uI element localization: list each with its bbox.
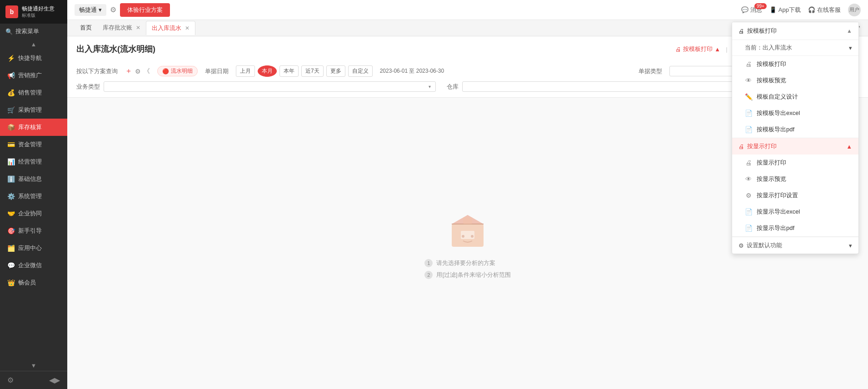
dropdown-chevron-up[interactable]: ▲ [847,28,852,34]
date-btn-this-month[interactable]: 本月 [258,65,277,77]
sidebar-nav: ⚡ 快捷导航 📢 营销推广 💰 销售管理 🛒 采购管理 📦 库存核算 💳 资金管… [0,50,67,360]
date-range-display: 2023-06-01 至 2023-06-30 [380,67,444,75]
template-excel-icon: 📄 [745,110,752,117]
dropdown-header-label: 按模板打印 [747,27,777,35]
app-download-button[interactable]: 📱 App下载 [769,6,801,14]
message-button[interactable]: 💬 消息 99+ [741,6,762,14]
search-icon: 🔍 [5,28,13,35]
date-field-label: 单据日期 [205,67,229,75]
filter-tag[interactable]: 🔴 流水明细 [157,66,198,76]
filter-collapse-icon[interactable]: 《 [144,67,150,75]
dropdown-header: 🖨 按模板打印 ▲ [732,22,858,40]
message-icon: 💬 [741,6,748,13]
account-name: 畅捷通 [79,6,97,14]
sidebar-item-app-center[interactable]: 🗂️ 应用中心 [0,239,67,257]
dropdown-item-template-pdf[interactable]: 📄 按模板导出pdf [732,121,858,138]
sidebar-item-sales[interactable]: 💰 销售管理 [0,84,67,101]
sidebar-item-beginner[interactable]: 🎯 新手引导 [0,222,67,239]
print-template-button[interactable]: 🖨 按模板打印 ▲ [675,45,720,53]
logo-badge: 标准版 [22,12,55,19]
voucher-type-label: 单据类型 [639,67,662,75]
sidebar-scroll-down[interactable]: ▼ [0,360,67,371]
dropdown-header-title: 🖨 按模板打印 [738,27,777,35]
wechat-icon: 💬 [7,262,15,269]
tab-batch-account-close[interactable]: ✕ [136,25,140,31]
footer-collapse-icon[interactable]: ◀▶ [49,376,60,384]
dropdown-item-display-pdf[interactable]: 📄 按显示导出pdf [732,220,858,236]
sidebar-item-cooperation[interactable]: 🤝 企业协同 [0,205,67,222]
filter-settings-icon[interactable]: ⚙ [135,68,141,75]
print-icon: 🖨 [675,46,681,53]
display-print-settings-icon: ⚙ [745,192,752,199]
filter-add-icon[interactable]: ＋ [125,66,132,76]
business-type-label: 业务类型 [76,83,100,91]
date-filter: 上月 本月 本年 近7天 更多 自定义 [236,65,373,77]
dropdown-item-template-custom[interactable]: ✏️ 模板自定义设计 [732,89,858,105]
display-print-settings-label: 按显示打印设置 [757,191,798,199]
template-custom-label: 模板自定义设计 [757,93,798,101]
date-btn-last-month[interactable]: 上月 [236,65,255,77]
tab-batch-account[interactable]: 库存批次账 ✕ [97,21,146,35]
dropdown-current-label: 当前：出入库流水 [745,44,792,52]
dropdown-item-template-print[interactable]: 🖨 按模板打印 [732,56,858,72]
app-logo: b 畅捷通好生意 标准版 [0,0,67,24]
trial-button[interactable]: 体验行业方案 [120,3,170,17]
sidebar-item-label: 营销推广 [18,71,42,80]
business-type-select[interactable]: ▾ [104,81,436,92]
operation-icon: 📊 [7,158,15,165]
date-btn-this-year[interactable]: 本年 [279,65,299,77]
template-excel-label: 按模板导出excel [757,109,800,117]
sidebar-item-finance[interactable]: 💳 资金管理 [0,136,67,153]
search-menu[interactable]: 🔍 搜索菜单 [0,24,67,39]
online-service-button[interactable]: 🎧 在线客服 [808,6,841,14]
tab-flow-close[interactable]: ✕ [185,25,190,31]
tab-flow-label: 出入库流水 [152,24,181,32]
empty-state: 1 请先选择要分析的方案 2 用[过滤]条件来缩小分析范围 [424,208,510,279]
footer-settings-icon[interactable]: ⚙ [7,376,14,384]
print-dropdown-panel: 🖨 按模板打印 ▲ 当前：出入库流水 ▾ 🖨 按模板打印 👁 按模板预览 ✏️ … [732,22,859,254]
dropdown-section-display[interactable]: 🖨 按显示打印 ▲ [732,138,858,155]
template-print-label: 按模板打印 [757,60,786,68]
account-selector[interactable]: 畅捷通 ▾ [75,4,106,16]
date-btn-custom[interactable]: 自定义 [348,65,373,77]
system-icon: ⚙️ [7,193,15,200]
empty-hints: 1 请先选择要分析的方案 2 用[过滤]条件来缩小分析范围 [424,259,510,279]
hint-text-1: 请先选择要分析的方案 [436,259,495,267]
quick-nav-icon: ⚡ [7,55,15,62]
sidebar-item-base-info[interactable]: ℹ️ 基础信息 [0,170,67,188]
tab-flow[interactable]: 出入库流水 ✕ [146,21,195,35]
sidebar-scroll-up[interactable]: ▲ [0,39,67,50]
display-preview-icon: 👁 [745,175,752,183]
dropdown-footer[interactable]: ⚙ 设置默认功能 ▾ [732,237,858,254]
sidebar-item-purchase[interactable]: 🛒 采购管理 [0,101,67,119]
sidebar-item-marketing[interactable]: 📢 营销推广 [0,67,67,84]
user-avatar[interactable]: 用户 [848,4,861,16]
finance-icon: 💳 [7,141,15,148]
beginner-icon: 🎯 [7,227,15,234]
print-chevron-up-icon: ▲ [714,46,720,53]
sidebar-item-system[interactable]: ⚙️ 系统管理 [0,188,67,205]
template-pdf-icon: 📄 [745,126,752,133]
sales-icon: 💰 [7,89,15,96]
dropdown-item-display-excel[interactable]: 📄 按显示导出excel [732,204,858,220]
date-btn-more[interactable]: 更多 [326,65,345,77]
tab-batch-account-label: 库存批次账 [103,24,132,32]
date-btn-7days[interactable]: 近7天 [301,65,324,77]
topbar-gear-icon[interactable]: ⚙ [110,5,116,14]
dropdown-item-display-print[interactable]: 🖨 按显示打印 [732,155,858,171]
dropdown-footer-label: 设置默认功能 [747,241,782,249]
dropdown-item-template-preview[interactable]: 👁 按模板预览 [732,72,858,89]
dropdown-item-display-print-settings[interactable]: ⚙ 按显示打印设置 [732,187,858,204]
dropdown-item-display-preview[interactable]: 👁 按显示预览 [732,171,858,187]
sidebar-item-member[interactable]: 👑 畅会员 [0,274,67,291]
empty-icon [445,208,490,254]
dropdown-item-template-excel[interactable]: 📄 按模板导出excel [732,105,858,121]
app-icon: 📱 [769,6,777,13]
sidebar-item-quick-nav[interactable]: ⚡ 快捷导航 [0,50,67,67]
sidebar-item-operation[interactable]: 📊 经营管理 [0,153,67,170]
sidebar-item-inventory[interactable]: 📦 库存核算 [0,119,67,136]
sidebar-item-wechat[interactable]: 💬 企业微信 [0,257,67,274]
tab-home[interactable]: 首页 [75,21,97,35]
sidebar-item-label: 销售管理 [18,89,42,97]
svg-point-6 [471,235,474,238]
